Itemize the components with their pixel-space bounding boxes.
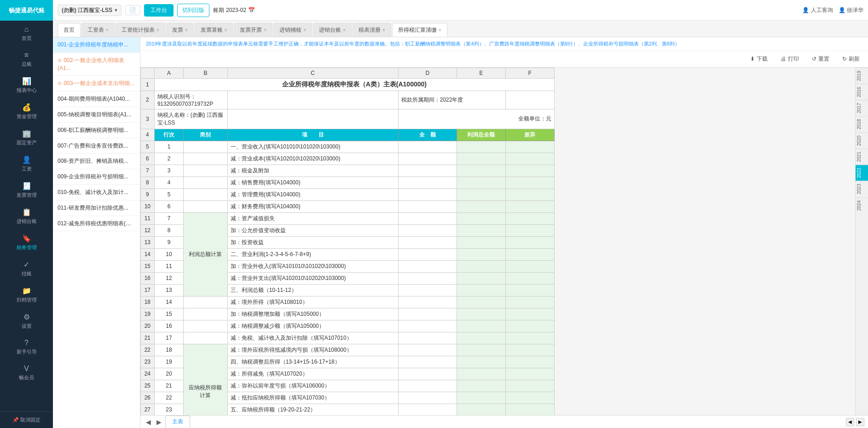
tab-invoice-calc[interactable]: 发票算账 ×	[195, 23, 233, 37]
table-row: 5 1 一、营业收入(填写A101010\101020\103000)	[141, 141, 555, 153]
tab-close-tax-clear[interactable]: ×	[382, 28, 385, 33]
col-header-B: B	[184, 68, 227, 78]
print-button[interactable]: 🖨 打印	[778, 53, 802, 65]
tab-invoice-open[interactable]: 发票开票 ×	[234, 23, 272, 37]
tab-close-sales-check[interactable]: ×	[303, 28, 306, 33]
sidebar-item-label: 进销台账	[17, 218, 37, 225]
tab-close-invoice-calc[interactable]: ×	[225, 28, 227, 33]
list-item-007[interactable]: 007-广告费和业务宣传费跌...	[53, 138, 140, 154]
tab-income-tax[interactable]: 所得税汇算清缴 ×	[392, 23, 447, 37]
sidebar-item-member[interactable]: V 畅会员	[0, 360, 53, 386]
sidebar-item-label: 畅会员	[19, 374, 34, 381]
report-icon: 📊	[22, 77, 31, 86]
sidebar-item-ledger[interactable]: ≡ 总账	[0, 46, 53, 72]
list-item-009[interactable]: 009-企业所得税补亏损明细...	[53, 169, 140, 185]
action-bar: ⬇ 下载 🖨 打印 ↺ 重置 ↻ 刷新	[140, 51, 868, 68]
list-item-010[interactable]: 010-免税、减计收入及加计...	[53, 185, 140, 200]
tab-close-income-tax[interactable]: ×	[439, 28, 441, 33]
sheet-tab-main[interactable]: 主表	[165, 416, 190, 428]
sidebar-item-tax[interactable]: 🔖 税务管理	[0, 229, 53, 256]
sidebar-item-sales[interactable]: 📋 进销台账	[0, 203, 53, 229]
timeline-2020[interactable]: 2020	[856, 132, 868, 148]
list-item-008[interactable]: 008-资产折旧、摊销及纳税...	[53, 154, 140, 169]
doc-button[interactable]: 📄	[125, 5, 140, 15]
tab-close-sales-ledger[interactable]: ×	[343, 28, 346, 33]
tab-close-invoice-open[interactable]: ×	[264, 28, 266, 33]
tax-period-cell: 税款所属期间：2022年度	[398, 91, 505, 109]
list-item-011[interactable]: 011-研发费用加计扣除优惠...	[53, 200, 140, 216]
timeline-2016[interactable]: 2016	[856, 84, 868, 100]
tab-salary[interactable]: 工资表 ×	[81, 23, 115, 37]
workbench-button[interactable]: 工作台	[144, 4, 174, 17]
sidebar-item-invoice[interactable]: 🧾 发票管理	[0, 177, 53, 203]
tab-invoice[interactable]: 发票 ×	[166, 23, 194, 37]
list-item-006[interactable]: 006-职工薪酬纳税调整明细...	[53, 123, 140, 138]
topbar: (勿删) 江西服宝-LSS ▾ 📄 工作台 切到旧版 账期 2023-02 📅 …	[53, 0, 868, 21]
sidebar-item-fund[interactable]: 💰 资金管理	[0, 98, 53, 125]
tab-close-salary[interactable]: ×	[106, 28, 109, 33]
sheet-tabs-bar: ◀ ▶ 主表 ◀ ▶	[140, 415, 868, 428]
list-item-003[interactable]: ⊙ 003-一般企业成本支出明细...	[53, 76, 140, 91]
sidebar-item-label: 结账	[22, 270, 32, 277]
fund-icon: 💰	[22, 103, 31, 112]
sidebar-item-home[interactable]: ⌂ 首页	[0, 21, 53, 46]
sheet-nav-right[interactable]: ▶	[155, 417, 163, 427]
tab-close-invoice[interactable]: ×	[185, 28, 188, 33]
tab-close-salary-stat[interactable]: ×	[156, 28, 159, 33]
content-area: 001-企业所得税年度纳税申... ⊙ 002-一般企业收入明细表(A1... …	[53, 37, 868, 428]
list-item-002[interactable]: ⊙ 002-一般企业收入明细表(A1...	[53, 53, 140, 76]
spreadsheet-wrapper[interactable]: A B C D E F 1 企业所	[140, 68, 855, 416]
sidebar-item-asset[interactable]: 🏢 固定资产	[0, 125, 53, 151]
row-num: 1	[141, 78, 155, 91]
scroll-left-btn[interactable]: ◀	[846, 418, 854, 426]
service-button[interactable]: 👤 人工客询	[802, 6, 833, 14]
sidebar-item-label: 发票管理	[17, 192, 37, 199]
sidebar-item-archive[interactable]: 📁 归档管理	[0, 282, 53, 308]
timeline-2023[interactable]: 2023	[856, 181, 868, 197]
timeline-2017[interactable]: 2017	[856, 100, 868, 116]
member-icon: V	[24, 365, 29, 373]
scroll-right-btn[interactable]: ▶	[856, 418, 864, 426]
main-area: (勿删) 江西服宝-LSS ▾ 📄 工作台 切到旧版 账期 2023-02 📅 …	[53, 0, 868, 428]
chevron-down-icon: ▾	[115, 7, 117, 13]
tab-tax-clear[interactable]: 税表清册 ×	[353, 23, 391, 37]
tab-home[interactable]: 首页	[58, 23, 81, 37]
list-item-004[interactable]: 004-期间费用明细表(A1040...	[53, 91, 140, 107]
sheet-nav-left[interactable]: ◀	[144, 417, 153, 427]
download-button[interactable]: ⬇ 下载	[747, 53, 770, 65]
currency-cell: 全额单位：元	[398, 109, 554, 129]
col-leibie: 类别	[184, 129, 227, 141]
tab-salary-stat[interactable]: 工资统计报表 ×	[116, 23, 165, 37]
list-item-005[interactable]: 005-纳税调整项目明细表(A1...	[53, 107, 140, 123]
timeline-2019[interactable]: 2019	[856, 68, 868, 84]
sidebar-item-salary[interactable]: 👤 工资	[0, 151, 53, 177]
col-header-C: C	[227, 68, 398, 78]
pin-icon: 📌	[12, 417, 19, 423]
sidebar: 畅捷通易代账 ⌂ 首页 ≡ 总账 📊 报表中心 💰 资金管理 🏢 固定资产 👤 …	[0, 0, 53, 428]
sidebar-item-guide[interactable]: ? 新手引导	[0, 334, 53, 360]
settings-icon: ⚙	[23, 313, 30, 321]
company-selector[interactable]: (勿删) 江西服宝-LSS ▾	[58, 5, 122, 16]
list-item-012[interactable]: 012-减免所得税优惠明细表(…	[53, 216, 140, 232]
tab-sales-ledger[interactable]: 进销台账 ×	[313, 23, 352, 37]
row-num: 4	[141, 129, 155, 141]
timeline-2024[interactable]: 2024	[856, 197, 868, 213]
pin-toggle[interactable]: 📌 取消固定	[0, 411, 53, 428]
table-row: 1 企业所得税年度纳税申报表（A类）主表(A100000)	[141, 78, 555, 91]
tab-sales-check[interactable]: 进销稽核 ×	[273, 23, 312, 37]
timeline-2022[interactable]: 2022	[856, 165, 868, 181]
timeline-2021[interactable]: 2021	[856, 148, 868, 165]
switch-button[interactable]: 切到旧版	[177, 4, 209, 17]
refresh-button[interactable]: ↻ 刷新	[839, 53, 862, 65]
timeline-2018[interactable]: 2018	[856, 116, 868, 132]
category-cell: 利润总额计算	[184, 212, 227, 296]
table-row: 20 16 减：纳税调整减少额（填写A105000）	[141, 320, 555, 332]
table-row: 7 3 减：税金及附加	[141, 165, 555, 177]
list-item-001[interactable]: 001-企业所得税年度纳税申...	[53, 37, 140, 53]
table-row: 19 15 加：纳税调整增加额（填写A105000）	[141, 308, 555, 320]
sidebar-item-settle[interactable]: ✓ 结账	[0, 256, 53, 282]
sidebar-item-settings[interactable]: ⚙ 设置	[0, 308, 53, 334]
timeline-panel: 2019 2016 2017 2018 2020 2021 2022 2023 …	[855, 68, 868, 416]
sidebar-item-report[interactable]: 📊 报表中心	[0, 72, 53, 98]
reset-button[interactable]: ↺ 重置	[809, 53, 832, 65]
